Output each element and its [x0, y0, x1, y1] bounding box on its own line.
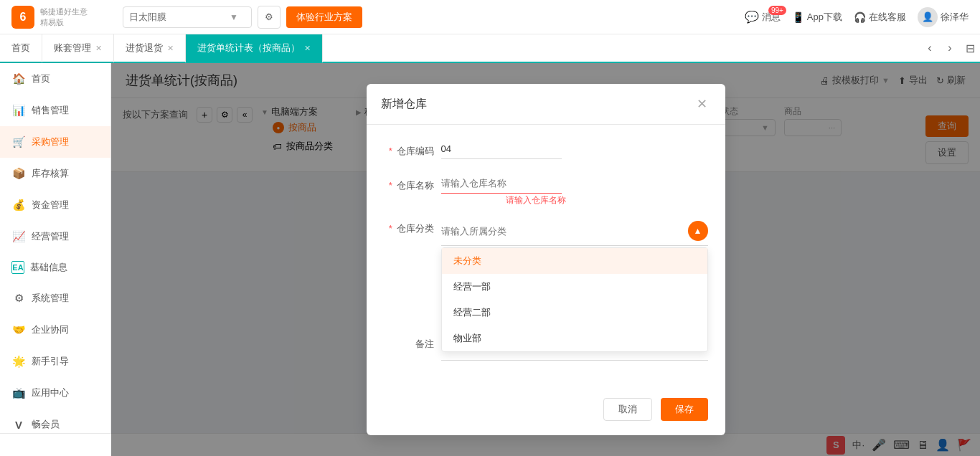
sales-icon: 📊 [11, 103, 26, 118]
sidebar-item-collab[interactable]: 🤝 企业协同 [0, 314, 110, 346]
dropdown-option-dept1[interactable]: 经营一部 [442, 274, 707, 300]
header-right-area: 💬 消息 99+ 📱 App下载 🎧 在线客服 👤 徐泽华 [745, 7, 969, 27]
tab-purchase-return[interactable]: 进货退货 ✕ [114, 34, 186, 62]
sidebar-item-apps[interactable]: 📺 应用中心 [0, 377, 110, 409]
logo-area: 6 畅捷通好生意 精易版 [11, 6, 123, 29]
dropdown-option-dept2[interactable]: 经营二部 [442, 300, 707, 326]
sidebar-item-operations[interactable]: 📈 经营管理 [0, 221, 110, 252]
dropdown-option-dept3[interactable]: 物业部 [442, 326, 707, 351]
trial-button[interactable]: 体验行业方案 [286, 6, 362, 28]
category-input[interactable] [441, 226, 688, 237]
warehouse-code-input[interactable] [441, 139, 562, 159]
content-inner: 进货单统计(按商品) 🖨 按模板打印 ▼ ⬆ 导出 ↻ 刷新 [111, 63, 980, 456]
logo-icon: 6 [11, 6, 34, 29]
inventory-icon: 📦 [11, 166, 26, 181]
settings-icon-button[interactable]: ⚙ [258, 6, 281, 29]
customer-service-button[interactable]: 🎧 在线客服 [854, 11, 906, 24]
tab-account[interactable]: 账套管理 ✕ [42, 34, 114, 62]
vip-icon: V [11, 417, 26, 432]
category-dropdown: 未分类 经营一部 经营二部 物业部 [441, 247, 708, 352]
dropdown-option-unclassified[interactable]: 未分类 [442, 248, 707, 274]
sidebar-item-basic-info[interactable]: EA 基础信息 [0, 252, 110, 282]
save-button[interactable]: 保存 [661, 398, 708, 421]
tab-bar: 首页 账套管理 ✕ 进货退货 ✕ 进货单统计表（按商品） ✕ ‹ › ⊟ [0, 34, 980, 63]
operations-icon: 📈 [11, 229, 26, 244]
basic-info-icon: EA [11, 261, 24, 274]
new-warehouse-modal: 新增仓库 ✕ * 仓库编码 [367, 84, 725, 435]
user-avatar: 👤 [918, 7, 938, 27]
tab-close-account[interactable]: ✕ [95, 44, 102, 53]
tab-purchase-stats[interactable]: 进货单统计表（按商品） ✕ [186, 34, 323, 62]
user-menu-button[interactable]: 👤 徐泽华 [918, 7, 969, 27]
warehouse-name-error: 请输入仓库名称 [506, 194, 566, 206]
warehouse-code-wrapper [441, 139, 708, 159]
finance-icon: 💰 [11, 198, 26, 212]
warehouse-category-row: * 仓库分类 ▲ 未分类 [384, 217, 708, 246]
modal-body: * 仓库编码 * 仓库名称 [367, 125, 725, 389]
modal-title: 新增仓库 [381, 97, 427, 112]
apps-icon: 📺 [11, 386, 26, 400]
required-star-category: * [389, 223, 392, 234]
tab-home[interactable]: 首页 [0, 34, 42, 62]
notification-badge: 99+ [768, 6, 786, 15]
modal-close-button[interactable]: ✕ [694, 95, 711, 113]
tab-scroll-left[interactable]: ‹ [920, 38, 940, 58]
sidebar-item-sales[interactable]: 📊 销售管理 [0, 95, 110, 126]
warehouse-category-wrapper: ▲ 未分类 经营一部 经营二部 物业部 [441, 217, 708, 246]
system-icon: ⚙ [11, 291, 26, 305]
sidebar-item-home[interactable]: 🏠 首页 [0, 63, 110, 95]
search-dropdown-arrow[interactable]: ▼ [230, 12, 238, 22]
tab-close-purchase-stats[interactable]: ✕ [304, 44, 311, 53]
warehouse-code-row: * 仓库编码 [384, 139, 708, 159]
sidebar-item-inventory[interactable]: 📦 库存核算 [0, 158, 110, 189]
header-search-box[interactable]: ▼ [123, 6, 252, 28]
sidebar-item-finance[interactable]: 💰 资金管理 [0, 189, 110, 221]
required-star-code: * [389, 146, 392, 156]
app-download-button[interactable]: 📱 App下载 [792, 11, 842, 24]
category-toggle-button[interactable]: ▲ [688, 221, 708, 241]
tab-close-purchase-return[interactable]: ✕ [167, 44, 174, 53]
top-header: 6 畅捷通好生意 精易版 ▼ ⚙ 体验行业方案 💬 消息 99+ 📱 App下载… [0, 0, 980, 34]
notifications-button[interactable]: 💬 消息 99+ [745, 10, 781, 24]
warehouse-code-label: * 仓库编码 [384, 139, 441, 158]
tab-menu[interactable]: ⊟ [960, 38, 980, 58]
required-star-name: * [389, 180, 392, 191]
guide-icon: 🌟 [11, 354, 26, 369]
sidebar-item-guide[interactable]: 🌟 新手引导 [0, 346, 110, 377]
home-icon: 🏠 [11, 72, 26, 86]
category-select[interactable]: ▲ [441, 217, 708, 246]
warehouse-name-input[interactable] [441, 174, 562, 194]
cancel-button[interactable]: 取消 [603, 398, 652, 421]
collab-icon: 🤝 [11, 323, 26, 337]
remark-label: 备注 [384, 332, 441, 351]
content-area: 进货单统计(按商品) 🖨 按模板打印 ▼ ⬆ 导出 ↻ 刷新 [111, 63, 980, 456]
purchase-icon: 🛒 [11, 135, 26, 149]
tab-scroll-right[interactable]: › [940, 38, 960, 58]
logo-text: 畅捷通好生意 精易版 [40, 6, 88, 27]
warehouse-name-label: * 仓库名称 [384, 174, 441, 192]
modal-overlay: 新增仓库 ✕ * 仓库编码 [111, 63, 980, 456]
warehouse-name-row: * 仓库名称 请输入仓库名称 [384, 174, 708, 194]
warehouse-category-label: * 仓库分类 [384, 217, 441, 235]
sidebar: 🏠 首页 📊 销售管理 🛒 采购管理 📦 库存核算 💰 资金管理 📈 经营管理 … [0, 63, 111, 456]
modal-header: 新增仓库 ✕ [367, 84, 725, 125]
warehouse-name-wrapper: 请输入仓库名称 [441, 174, 708, 194]
sidebar-item-purchase[interactable]: 🛒 采购管理 [0, 126, 110, 158]
search-input[interactable] [129, 11, 230, 22]
modal-footer: 取消 保存 [367, 389, 725, 435]
main-layout: 🏠 首页 📊 销售管理 🛒 采购管理 📦 库存核算 💰 资金管理 📈 经营管理 … [0, 63, 980, 456]
sidebar-item-system[interactable]: ⚙ 系统管理 [0, 282, 110, 314]
